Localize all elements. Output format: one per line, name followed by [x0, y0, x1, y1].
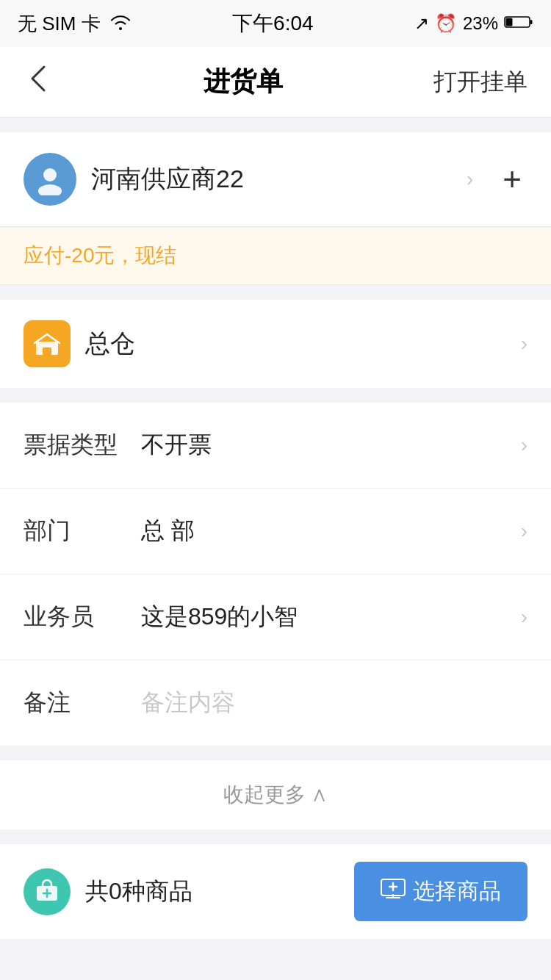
svg-rect-2: [506, 18, 513, 26]
supplier-chevron-icon: ›: [467, 167, 473, 191]
staff-row[interactable]: 业务员 这是859的小智 ›: [0, 574, 551, 660]
bottom-area: [0, 939, 551, 980]
supplier-row[interactable]: 河南供应商22 › +: [0, 132, 551, 227]
select-product-icon: [381, 879, 406, 904]
select-product-button[interactable]: 选择商品: [354, 862, 527, 921]
battery-icon: [504, 13, 533, 34]
dept-value: 总 部: [141, 515, 521, 547]
svg-rect-6: [43, 347, 51, 355]
wifi-icon: [109, 12, 132, 35]
warehouse-name: 总仓: [85, 327, 521, 361]
svg-rect-1: [530, 20, 533, 24]
page-title: 进货单: [204, 64, 283, 100]
select-product-label: 选择商品: [413, 876, 501, 907]
notice-bar: 应付-20元，现结: [0, 227, 551, 285]
product-bar: 共0种商品 选择商品: [0, 844, 551, 939]
dept-chevron-icon: ›: [521, 519, 527, 543]
invoice-value: 不开票: [141, 429, 521, 461]
supplier-section: 河南供应商22 › + 应付-20元，现结: [0, 132, 551, 285]
open-pending-button[interactable]: 打开挂单: [433, 66, 527, 98]
supplier-avatar: [24, 153, 76, 206]
invoice-label: 票据类型: [24, 429, 126, 461]
svg-point-3: [43, 168, 57, 181]
warehouse-chevron-icon: ›: [521, 332, 527, 356]
nav-bar: 进货单 打开挂单: [0, 47, 551, 118]
notice-text: 应付-20元，现结: [24, 244, 176, 267]
alarm-icon: ⏰: [435, 13, 457, 34]
collapse-bar[interactable]: 收起更多 ∧: [0, 760, 551, 829]
status-time: 下午6:04: [232, 10, 314, 37]
svg-point-4: [38, 184, 62, 195]
warehouse-icon: [24, 320, 71, 367]
product-icon: [24, 868, 71, 915]
note-label: 备注: [24, 687, 126, 719]
collapse-label: 收起更多 ∧: [223, 783, 328, 806]
invoice-chevron-icon: ›: [521, 433, 527, 457]
status-left: 无 SIM 卡: [18, 11, 132, 37]
invoice-row[interactable]: 票据类型 不开票 ›: [0, 403, 551, 489]
status-bar: 无 SIM 卡 下午6:04 ↗ ⏰ 23%: [0, 0, 551, 47]
carrier-label: 无 SIM 卡: [18, 11, 101, 37]
back-button[interactable]: [24, 58, 53, 106]
staff-value: 这是859的小智: [141, 601, 521, 633]
supplier-name: 河南供应商22: [91, 162, 467, 196]
note-row[interactable]: 备注 备注内容: [0, 660, 551, 746]
location-icon: ↗: [414, 13, 429, 34]
battery-label: 23%: [463, 13, 498, 34]
form-section: 票据类型 不开票 › 部门 总 部 › 业务员 这是859的小智 › 备注 备注…: [0, 403, 551, 746]
note-input[interactable]: 备注内容: [141, 687, 527, 719]
warehouse-section[interactable]: 总仓 ›: [0, 300, 551, 388]
staff-label: 业务员: [24, 601, 126, 633]
dept-row[interactable]: 部门 总 部 ›: [0, 489, 551, 574]
status-right: ↗ ⏰ 23%: [414, 13, 533, 34]
staff-chevron-icon: ›: [521, 605, 527, 629]
add-button[interactable]: +: [497, 161, 527, 198]
dept-label: 部门: [24, 515, 126, 547]
product-count: 共0种商品: [85, 876, 354, 908]
